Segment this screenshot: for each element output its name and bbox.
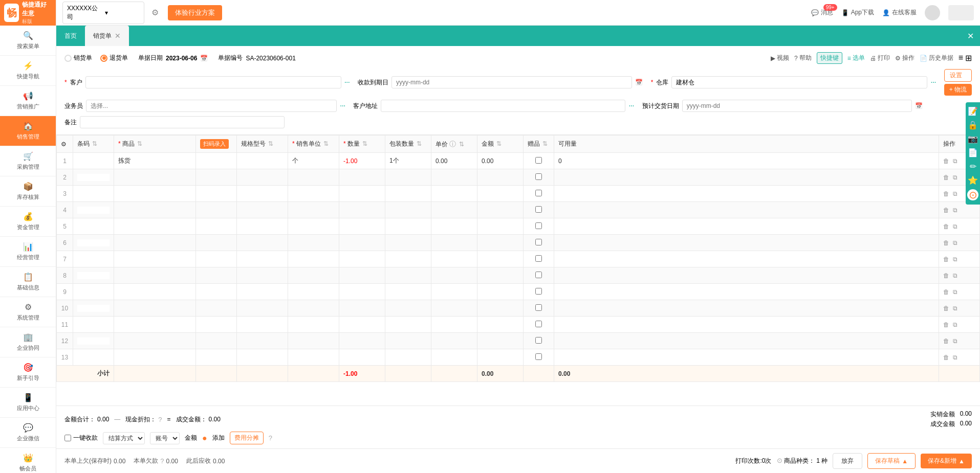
history-btn[interactable]: 📄 历史单据 [920,54,953,62]
row-unit-12[interactable] [288,333,339,349]
row-gift-4[interactable] [524,202,554,218]
row-amount-5[interactable] [477,218,524,235]
save-draft-btn[interactable]: 保存草稿 ▲ [867,453,916,469]
message-btn[interactable]: 💬 消息 99+ [811,8,833,17]
warehouse-input[interactable] [671,76,927,88]
experience-btn[interactable]: 体验行业方案 [168,5,222,20]
sidebar-item-business-mgmt[interactable]: 📊 经营管理 [0,237,56,267]
row-pkg-qty-3[interactable] [385,186,431,202]
sidebar-item-member[interactable]: 👑 畅会员 [0,448,56,473]
row-gift-12[interactable] [524,333,554,349]
discard-btn[interactable]: 放弃 [833,453,862,469]
row-copy-icon-9[interactable]: ⧉ [953,288,957,296]
row-barcode-2[interactable] [73,169,114,186]
row-qty-2[interactable] [339,169,385,186]
close-all-icon[interactable]: ✕ [967,32,974,40]
row-spec-7[interactable] [237,251,288,267]
row-product-4[interactable] [114,202,196,218]
row-gift-11[interactable] [524,317,554,333]
row-copy-icon-5[interactable]: ⧉ [953,223,957,230]
row-product-3[interactable] [114,186,196,202]
gift-checkbox-3[interactable] [535,190,542,196]
row-barcode-5[interactable] [73,218,114,235]
row-gift-2[interactable] [524,169,554,186]
row-copy-icon-8[interactable]: ⧉ [953,272,957,279]
row-price-12[interactable] [431,333,477,349]
row-delete-icon-5[interactable]: 🗑 [943,223,949,230]
row-amount-12[interactable] [477,333,524,349]
row-price-11[interactable] [431,317,477,333]
expected-date-input[interactable] [682,100,912,112]
row-price-9[interactable] [431,284,477,300]
row-amount-2[interactable] [477,169,524,186]
row-price-6[interactable] [431,235,477,251]
sidebar-item-guide[interactable]: 🎯 新手引导 [0,357,56,388]
gift-checkbox-9[interactable] [535,288,542,295]
row-delete-icon-10[interactable]: 🗑 [943,305,949,312]
gift-checkbox-2[interactable] [535,173,542,180]
sidebar-item-finance[interactable]: 💰 资金管理 [0,207,56,237]
row-spec-2[interactable] [237,169,288,186]
row-copy-icon-13[interactable]: ⧉ [953,354,957,361]
list-view-icon[interactable]: ≡ [959,53,963,63]
gift-checkbox-11[interactable] [535,321,542,327]
panel-star-icon[interactable]: ⭐ [968,175,978,185]
row-gift-8[interactable] [524,267,554,284]
row-delete-icon-1[interactable]: 🗑 [943,157,949,165]
date-value[interactable]: 2023-06-06 [166,55,197,62]
row-qty-7[interactable] [339,251,385,267]
sidebar-item-sales-mgmt[interactable]: 🏠 销售管理 [0,116,56,146]
row-delete-icon-8[interactable]: 🗑 [943,272,949,279]
row-amount-11[interactable] [477,317,524,333]
row-pkg-qty-4[interactable] [385,202,431,218]
app-download-btn[interactable]: 📱 App下载 [841,8,874,17]
customer-dots[interactable]: ··· [344,78,350,87]
row-barcode-4[interactable] [73,202,114,218]
row-spec-6[interactable] [237,235,288,251]
row-amount-6[interactable] [477,235,524,251]
row-spec-9[interactable] [237,284,288,300]
row-unit-3[interactable] [288,186,339,202]
row-price-8[interactable] [431,267,477,284]
row-product-13[interactable] [114,349,196,366]
row-delete-icon-12[interactable]: 🗑 [943,337,949,345]
row-delete-icon-11[interactable]: 🗑 [943,321,949,328]
row-pkg-qty-7[interactable] [385,251,431,267]
sales-order-radio[interactable]: 销货单 [64,54,92,62]
sidebar-item-wechat[interactable]: 💬 企业微信 [0,418,56,448]
row-product-12[interactable] [114,333,196,349]
row-copy-icon-3[interactable]: ⧉ [953,190,957,197]
row-spec-5[interactable] [237,218,288,235]
gift-checkbox-8[interactable] [535,272,542,278]
row-unit-13[interactable] [288,349,339,366]
sidebar-item-app-center[interactable]: 📱 应用中心 [0,388,56,418]
row-qty-11[interactable] [339,317,385,333]
panel-pencil-icon[interactable]: ✏ [970,162,976,171]
row-unit-6[interactable] [288,235,339,251]
shortcut-btn[interactable]: 快捷键 [817,52,842,64]
logistics-btn[interactable]: + 物流 [944,84,972,96]
row-pkg-qty-9[interactable] [385,284,431,300]
gift-checkbox-13[interactable] [535,353,542,360]
row-delete-icon-2[interactable]: 🗑 [943,174,949,181]
row-price-1[interactable]: 0.00 [431,153,477,169]
row-qty-8[interactable] [339,267,385,284]
row-copy-icon-6[interactable]: ⧉ [953,239,957,246]
sidebar-item-inventory[interactable]: 📦 库存核算 [0,176,56,207]
row-amount-10[interactable] [477,300,524,317]
row-spec-12[interactable] [237,333,288,349]
help-btn[interactable]: ? 帮助 [794,54,812,62]
gift-checkbox-6[interactable] [535,239,542,245]
expected-date-calendar-icon[interactable]: 📅 [915,102,923,109]
row-delete-icon-4[interactable]: 🗑 [943,207,949,214]
sidebar-item-marketing[interactable]: 📢 营销推广 [0,86,56,116]
row-gift-1[interactable] [524,153,554,169]
gift-checkbox-4[interactable] [535,206,542,213]
row-barcode-9[interactable] [73,284,114,300]
row-spec-8[interactable] [237,267,288,284]
row-barcode-10[interactable] [73,300,114,317]
customer-address-input[interactable] [381,100,625,112]
user-avatar[interactable] [925,5,940,20]
settings-btn[interactable]: 设置 [944,69,972,82]
row-gift-7[interactable] [524,251,554,267]
